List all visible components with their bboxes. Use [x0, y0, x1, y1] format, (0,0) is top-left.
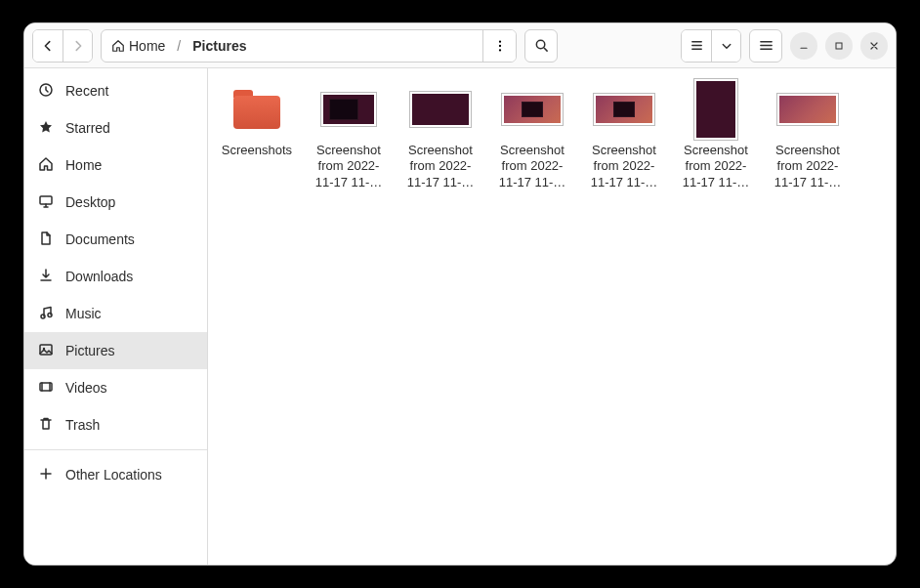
close-icon: [868, 40, 880, 52]
sidebar-item-label: Videos: [65, 380, 107, 396]
sidebar-item-label: Home: [65, 157, 102, 173]
sidebar-item-label: Recent: [65, 83, 108, 99]
thumbnail: [310, 78, 388, 141]
file-item[interactable]: Screenshot from 2022-11-17 11-…: [493, 78, 571, 190]
path-menu-button[interactable]: [482, 30, 516, 62]
sidebar-item-downloads[interactable]: Downloads: [24, 258, 207, 295]
clock-icon: [38, 82, 54, 101]
breadcrumb-home[interactable]: Home: [102, 30, 175, 62]
download-icon: [38, 268, 54, 286]
sidebar-item-videos[interactable]: Videos: [24, 369, 207, 406]
file-item[interactable]: Screenshot from 2022-11-17 11-…: [401, 78, 480, 190]
file-label: Screenshot from 2022-11-17 11-…: [493, 143, 571, 190]
home-icon: [111, 39, 125, 53]
svg-point-2: [498, 49, 500, 51]
sidebar-item-label: Music: [65, 306, 102, 321]
file-item[interactable]: Screenshot from 2022-11-17 11-…: [310, 78, 388, 190]
plus-icon: [38, 466, 54, 484]
search-button[interactable]: [524, 29, 558, 63]
video-icon: [38, 379, 54, 398]
view-menu-button[interactable]: [711, 30, 740, 62]
thumbnail: [769, 78, 847, 141]
sidebar-item-label: Desktop: [65, 194, 115, 210]
maximize-button[interactable]: [825, 32, 853, 60]
minimize-button[interactable]: [790, 32, 817, 60]
sidebar-item-label: Starred: [65, 120, 110, 136]
nav-button-group: [32, 29, 93, 63]
sidebar-item-label: Documents: [65, 231, 135, 247]
svg-rect-10: [40, 345, 52, 355]
maximize-icon: [833, 40, 845, 52]
sidebar-separator: [24, 449, 207, 450]
sidebar-item-label: Trash: [65, 417, 100, 433]
search-icon: [534, 38, 549, 53]
svg-rect-5: [836, 43, 842, 49]
view-switch-group: [681, 29, 741, 63]
sidebar-item-recent[interactable]: Recent: [24, 72, 207, 109]
sidebar-item-documents[interactable]: Documents: [24, 221, 207, 258]
sidebar-item-pictures[interactable]: Pictures: [24, 332, 207, 369]
svg-point-3: [536, 40, 544, 48]
back-button[interactable]: [33, 30, 63, 62]
file-label: Screenshot from 2022-11-17 11-…: [310, 143, 388, 190]
content-area[interactable]: ScreenshotsScreenshot from 2022-11-17 11…: [208, 68, 896, 565]
file-label: Screenshots: [222, 143, 292, 158]
sidebar: RecentStarredHomeDesktopDocumentsDownloa…: [24, 68, 208, 565]
file-item[interactable]: Screenshot from 2022-11-17 11-…: [677, 78, 755, 190]
sidebar-item-desktop[interactable]: Desktop: [24, 184, 207, 221]
chevron-down-icon: [721, 40, 732, 52]
sidebar-item-label: Pictures: [65, 343, 115, 358]
file-label: Screenshot from 2022-11-17 11-…: [677, 143, 755, 190]
sidebar-item-music[interactable]: Music: [24, 295, 207, 332]
svg-point-0: [498, 40, 500, 42]
file-grid: ScreenshotsScreenshot from 2022-11-17 11…: [218, 78, 886, 190]
close-button[interactable]: [860, 32, 888, 60]
minimize-icon: [798, 40, 810, 52]
star-icon: [38, 119, 54, 138]
list-view-button[interactable]: [682, 30, 711, 62]
folder-item[interactable]: Screenshots: [218, 78, 296, 190]
hamburger-icon: [759, 38, 774, 53]
svg-point-9: [48, 313, 52, 316]
file-label: Screenshot from 2022-11-17 11-…: [401, 143, 480, 190]
file-item[interactable]: Screenshot from 2022-11-17 11-…: [585, 78, 663, 190]
list-icon: [690, 38, 704, 53]
thumbnail: [677, 78, 755, 141]
document-icon: [38, 231, 54, 249]
music-icon: [38, 305, 54, 323]
sidebar-item-trash[interactable]: Trash: [24, 406, 207, 443]
thumbnail: [493, 78, 571, 141]
svg-point-8: [41, 315, 45, 318]
file-manager-window: Home / Pictures: [23, 22, 897, 566]
svg-point-1: [498, 44, 500, 46]
file-label: Screenshot from 2022-11-17 11-…: [769, 143, 847, 190]
breadcrumb-separator: /: [175, 38, 183, 54]
path-bar: Home / Pictures: [101, 29, 517, 63]
hamburger-menu-button[interactable]: [749, 29, 782, 63]
thumbnail: [401, 78, 480, 141]
file-label: Screenshot from 2022-11-17 11-…: [585, 143, 663, 190]
trash-icon: [38, 416, 54, 435]
file-item[interactable]: Screenshot from 2022-11-17 11-…: [769, 78, 847, 190]
breadcrumb-current[interactable]: Pictures: [183, 30, 256, 62]
sidebar-item-home[interactable]: Home: [24, 147, 207, 184]
breadcrumb-current-label: Pictures: [192, 38, 246, 54]
thumbnail: [218, 78, 296, 141]
picture-icon: [38, 342, 54, 360]
thumbnail: [585, 78, 663, 141]
svg-rect-7: [40, 196, 52, 204]
titlebar: Home / Pictures: [24, 23, 896, 68]
home-icon: [38, 156, 54, 175]
desktop-icon: [38, 193, 54, 212]
sidebar-item-label: Downloads: [65, 269, 133, 284]
kebab-icon: [493, 39, 507, 53]
breadcrumb-home-label: Home: [129, 38, 165, 54]
window-body: RecentStarredHomeDesktopDocumentsDownloa…: [24, 68, 896, 565]
folder-icon: [233, 90, 280, 129]
sidebar-item-label: Other Locations: [65, 467, 162, 483]
sidebar-item-starred[interactable]: Starred: [24, 109, 207, 147]
forward-button[interactable]: [63, 30, 92, 62]
sidebar-other-locations[interactable]: Other Locations: [24, 456, 207, 493]
